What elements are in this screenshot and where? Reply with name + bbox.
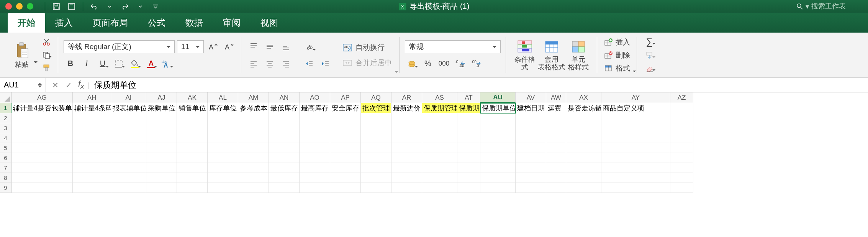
row-header-9[interactable]: 9 — [0, 183, 11, 193]
cell-AL4[interactable] — [208, 133, 238, 143]
cell-AX1[interactable]: 是否走冻链 — [566, 103, 601, 113]
cell-AI1[interactable]: 报表辅单位 — [111, 103, 146, 113]
cell-AG8[interactable] — [11, 173, 73, 183]
column-header-AG[interactable]: AG — [11, 92, 73, 103]
cell-AJ9[interactable] — [146, 183, 177, 193]
column-header-AV[interactable]: AV — [516, 92, 546, 103]
currency-button[interactable] — [405, 57, 419, 70]
cell-AX5[interactable] — [566, 143, 601, 153]
column-header-AT[interactable]: AT — [457, 92, 480, 103]
cell-AY6[interactable] — [601, 153, 670, 163]
font-color-button[interactable]: A — [144, 57, 158, 70]
cell-AQ1[interactable]: 批次管理 — [361, 103, 391, 113]
column-header-AU[interactable]: AU — [480, 92, 516, 103]
cell-AQ3[interactable] — [361, 123, 391, 133]
cell-AK4[interactable] — [177, 133, 208, 143]
align-center-button[interactable] — [263, 57, 277, 70]
border-button[interactable] — [112, 57, 126, 70]
tab-data[interactable]: 数据 — [175, 13, 213, 33]
cell-AG9[interactable] — [11, 183, 73, 193]
cell-AQ8[interactable] — [361, 173, 391, 183]
cell-AN8[interactable] — [269, 173, 300, 183]
cell-AO4[interactable] — [300, 133, 330, 143]
cell-AS6[interactable] — [422, 153, 457, 163]
cell-AO9[interactable] — [300, 183, 330, 193]
format-cells-button[interactable]: 格式 — [603, 63, 632, 74]
paste-button[interactable]: 粘贴 — [8, 36, 35, 74]
cell-AW1[interactable]: 运费 — [546, 103, 566, 113]
font-size-select[interactable]: 11 — [177, 40, 204, 53]
column-header-AK[interactable]: AK — [177, 92, 208, 103]
cell-AV9[interactable] — [516, 183, 546, 193]
redo-dropdown-icon[interactable] — [136, 2, 144, 11]
cell-AJ4[interactable] — [146, 133, 177, 143]
cells-area[interactable]: 辅计量4是否包装单位辅计量4条码报表辅单位采购单位销售单位库存单位参考成本最低库… — [11, 103, 868, 193]
column-header-AQ[interactable]: AQ — [361, 92, 391, 103]
cell-AN2[interactable] — [269, 113, 300, 123]
cell-AH8[interactable] — [73, 173, 111, 183]
cell-AU2[interactable] — [480, 113, 516, 123]
cell-AK9[interactable] — [177, 183, 208, 193]
align-bottom-button[interactable] — [279, 40, 293, 53]
align-left-button[interactable] — [247, 57, 260, 70]
cell-AX6[interactable] — [566, 153, 601, 163]
column-header-AY[interactable]: AY — [601, 92, 670, 103]
save-icon[interactable] — [52, 2, 61, 11]
cell-AM8[interactable] — [238, 173, 269, 183]
column-header-AW[interactable]: AW — [546, 92, 566, 103]
cell-AR7[interactable] — [391, 163, 422, 173]
cell-AP4[interactable] — [330, 133, 361, 143]
decrease-decimal-button[interactable]: .00.0 — [469, 57, 483, 70]
row-header-5[interactable]: 5 — [0, 143, 11, 153]
row-header-6[interactable]: 6 — [0, 153, 11, 163]
cell-AS1[interactable]: 保质期管理 — [422, 103, 457, 113]
cell-AI7[interactable] — [111, 163, 146, 173]
cell-AX8[interactable] — [566, 173, 601, 183]
cell-AJ7[interactable] — [146, 163, 177, 173]
clear-button[interactable] — [642, 64, 656, 74]
cell-AX7[interactable] — [566, 163, 601, 173]
delete-cells-button[interactable]: 删除 — [603, 49, 632, 61]
cell-AG6[interactable] — [11, 153, 73, 163]
cell-AN6[interactable] — [269, 153, 300, 163]
cell-AL2[interactable] — [208, 113, 238, 123]
cell-AV3[interactable] — [516, 123, 546, 133]
select-all-corner[interactable] — [0, 92, 11, 103]
cell-AY2[interactable] — [601, 113, 670, 123]
cell-AJ1[interactable]: 采购单位 — [146, 103, 177, 113]
bold-button[interactable]: B — [64, 57, 77, 70]
cell-AY1[interactable]: 商品自定义项 — [601, 103, 670, 113]
underline-button[interactable]: U — [96, 57, 110, 70]
save-as-icon[interactable] — [67, 2, 76, 11]
tab-page-layout[interactable]: 页面布局 — [83, 13, 138, 33]
cell-AK5[interactable] — [177, 143, 208, 153]
cell-AH4[interactable] — [73, 133, 111, 143]
cell-AP7[interactable] — [330, 163, 361, 173]
cell-AW3[interactable] — [546, 123, 566, 133]
cell-AW8[interactable] — [546, 173, 566, 183]
cell-AZ8[interactable] — [670, 173, 693, 183]
wrap-text-button[interactable]: ab 自动换行 — [340, 42, 394, 53]
cell-AQ6[interactable] — [361, 153, 391, 163]
cell-AK2[interactable] — [177, 113, 208, 123]
cell-AY7[interactable] — [601, 163, 670, 173]
cell-AI5[interactable] — [111, 143, 146, 153]
column-header-AO[interactable]: AO — [300, 92, 330, 103]
cell-AT8[interactable] — [457, 173, 480, 183]
cell-AR9[interactable] — [391, 183, 422, 193]
tab-insert[interactable]: 插入 — [45, 13, 83, 33]
cell-AN4[interactable] — [269, 133, 300, 143]
cell-AU6[interactable] — [480, 153, 516, 163]
cell-AT7[interactable] — [457, 163, 480, 173]
cell-AL6[interactable] — [208, 153, 238, 163]
cell-AK8[interactable] — [177, 173, 208, 183]
cell-AG3[interactable] — [11, 123, 73, 133]
cell-AH5[interactable] — [73, 143, 111, 153]
cell-AU7[interactable] — [480, 163, 516, 173]
cell-AS2[interactable] — [422, 113, 457, 123]
percent-button[interactable]: % — [421, 57, 435, 70]
cell-AP8[interactable] — [330, 173, 361, 183]
cell-AZ3[interactable] — [670, 123, 693, 133]
orientation-button[interactable]: ab — [303, 40, 316, 53]
redo-icon[interactable] — [121, 2, 129, 11]
